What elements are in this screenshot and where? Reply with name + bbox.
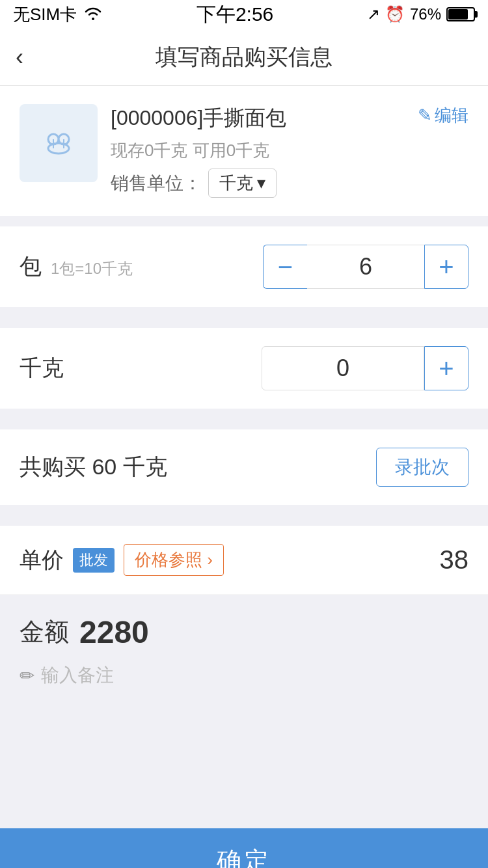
price-row: 单价 批发 价格参照 › 38: [0, 526, 488, 595]
location-icon: ↗: [367, 5, 380, 23]
product-info: [0000006]手撕面包 ✎ 编辑 现存0千克 可用0千克 销售单位： 千克 …: [111, 104, 468, 198]
bao-section: 包 1包=10千克 − +: [0, 226, 488, 307]
total-label: 共购买 60 千克: [20, 452, 167, 482]
kg-section: 千克 +: [0, 328, 488, 409]
kg-input[interactable]: [262, 346, 424, 390]
kg-qty-control: +: [262, 346, 468, 390]
product-name: [0000006]手撕面包: [111, 104, 418, 133]
price-reference-button[interactable]: 价格参照 ›: [124, 544, 224, 576]
edit-button[interactable]: ✎ 编辑: [418, 104, 468, 127]
nav-bar: ‹ 填写商品购买信息: [0, 29, 488, 86]
price-label: 单价: [20, 545, 64, 575]
bao-plus-button[interactable]: +: [424, 245, 468, 289]
amount-section: 金额 2280 ✏ 输入备注: [0, 595, 488, 698]
total-row: 共购买 60 千克 录批次: [0, 429, 488, 505]
spacer: [0, 698, 488, 828]
page-title: 填写商品购买信息: [156, 42, 332, 72]
price-section: 单价 批发 价格参照 › 38: [0, 526, 488, 595]
battery-percent: 76%: [410, 5, 441, 23]
bao-minus-button[interactable]: −: [263, 245, 307, 289]
back-button[interactable]: ‹: [16, 44, 23, 71]
bao-label: 包 1包=10千克: [20, 252, 133, 282]
status-left: 无SIM卡: [13, 3, 103, 26]
chevron-down-icon: ▾: [257, 173, 265, 193]
product-thumbnail: [20, 104, 98, 182]
pencil-icon: ✏: [20, 665, 34, 686]
unit-select[interactable]: 千克 ▾: [208, 169, 277, 198]
kg-plus-button[interactable]: +: [424, 346, 468, 390]
status-bar: 无SIM卡 下午2:56 ↗ ⏰ 76%: [0, 0, 488, 29]
product-stock: 现存0千克 可用0千克: [111, 139, 468, 162]
svg-point-2: [48, 143, 69, 154]
confirm-button[interactable]: 确定: [0, 828, 488, 868]
batch-button[interactable]: 录批次: [376, 448, 468, 487]
carrier-text: 无SIM卡: [13, 3, 77, 26]
alarm-icon: ⏰: [385, 5, 405, 23]
kg-label: 千克: [20, 353, 64, 383]
kg-row: 千克 +: [0, 328, 488, 409]
status-right: ↗ ⏰ 76%: [367, 5, 475, 23]
amount-row: 金额 2280: [20, 614, 468, 650]
wholesale-badge: 批发: [73, 548, 115, 573]
unit-label: 销售单位：: [111, 171, 202, 196]
product-unit-row: 销售单位： 千克 ▾: [111, 169, 468, 198]
wifi-icon: [83, 5, 103, 25]
remark-placeholder: 输入备注: [41, 663, 114, 688]
remark-row[interactable]: ✏ 输入备注: [20, 663, 468, 688]
price-value: 38: [440, 545, 469, 575]
bao-qty-control: − +: [263, 245, 468, 289]
amount-label: 金额: [20, 616, 69, 649]
bao-input[interactable]: [307, 245, 424, 289]
status-time: 下午2:56: [197, 1, 273, 28]
bao-row: 包 1包=10千克 − +: [0, 226, 488, 307]
battery-icon: [446, 7, 475, 21]
product-card: [0000006]手撕面包 ✎ 编辑 现存0千克 可用0千克 销售单位： 千克 …: [0, 86, 488, 216]
edit-icon: ✎: [418, 105, 432, 126]
amount-value: 2280: [79, 614, 149, 650]
price-label-group: 单价 批发 价格参照 ›: [20, 544, 224, 576]
